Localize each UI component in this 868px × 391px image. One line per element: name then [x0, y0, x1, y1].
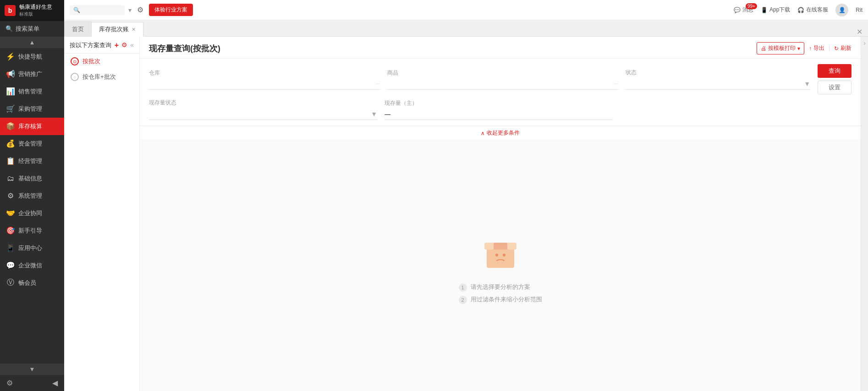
status-field: 状态 ▼: [626, 69, 810, 90]
scheme-icon-gray: ○: [71, 73, 79, 81]
warehouse-input[interactable]: [149, 81, 375, 87]
system-icon: ⚙: [6, 192, 15, 200]
user-avatar[interactable]: 👤: [835, 4, 848, 16]
status-label: 状态: [626, 69, 810, 76]
sales-icon: 📊: [6, 87, 15, 96]
left-panel: 按以下方案查询 + ⚙ « ⊙ 按批次 ○ 按仓库+批次: [64, 37, 140, 391]
sidebar-search[interactable]: 🔍 搜索菜单: [0, 21, 64, 37]
filter-area: 仓库 ··· 商品 ···: [140, 59, 861, 126]
refresh-label: 刷新: [841, 44, 852, 52]
svg-rect-2: [494, 243, 507, 250]
export-label: 导出: [813, 44, 824, 52]
app-download-icon: 📱: [761, 7, 768, 13]
vip-icon: Ⓥ: [6, 279, 15, 287]
filter-settings-btn[interactable]: 设置: [818, 81, 852, 94]
topbar-chevron-icon[interactable]: ▾: [128, 6, 132, 14]
search-menu-label: 搜索菜单: [16, 25, 39, 33]
sidebar-item-finance[interactable]: 💰 资金管理: [0, 135, 64, 152]
status-dropdown-icon[interactable]: ▼: [804, 80, 810, 87]
sidebar-item-inventory[interactable]: 📦 库存核算: [0, 118, 64, 135]
operations-icon: 📋: [6, 157, 15, 165]
add-scheme-btn[interactable]: +: [115, 41, 119, 49]
sidebar-item-basic-info[interactable]: 🗂 基础信息: [0, 170, 64, 187]
sidebar-header: b 畅康通好生意 标准版: [0, 0, 64, 21]
print-btn[interactable]: 🖨 按模板打印 ▾: [757, 42, 804, 54]
right-edge: ›: [861, 37, 868, 391]
enterprise-icon: 🤝: [6, 209, 15, 217]
sidebar-item-operations[interactable]: 📋 经营管理: [0, 152, 64, 170]
topbar-gear-icon[interactable]: ⚙: [135, 4, 145, 16]
sidebar-label-inventory: 库存核算: [18, 122, 42, 130]
left-panel-collapse-btn[interactable]: «: [130, 41, 134, 49]
tip-1-text: 请先选择要分析的方案: [471, 283, 530, 291]
status-input[interactable]: [626, 81, 804, 87]
export-btn[interactable]: ↑ 导出: [809, 44, 824, 52]
query-btn[interactable]: 查询: [818, 64, 852, 78]
sidebar-item-vip[interactable]: Ⓥ 畅会员: [0, 274, 64, 292]
demo-btn[interactable]: 体验行业方案: [149, 4, 193, 16]
sidebar-item-app-center[interactable]: 📱 应用中心: [0, 239, 64, 257]
sidebar-item-system[interactable]: ⚙ 系统管理: [0, 187, 64, 205]
scheme-by-batch-label: 按批次: [82, 57, 100, 65]
sidebar-item-wechat[interactable]: 💬 企业微信: [0, 257, 64, 274]
close-all-tabs-btn[interactable]: ✕: [851, 27, 868, 36]
warehouse-field: 仓库 ···: [149, 69, 380, 90]
sidebar-item-guide[interactable]: 🎯 新手引导: [0, 222, 64, 239]
product-dots[interactable]: ···: [614, 81, 618, 87]
warehouse-dots[interactable]: ···: [375, 81, 380, 87]
collapse-more-btn[interactable]: ∧ 收起更多条件: [140, 126, 861, 140]
sidebar-settings-btn[interactable]: ⚙: [6, 379, 13, 387]
edge-chevron[interactable]: ›: [863, 38, 867, 48]
scheme-by-warehouse-batch[interactable]: ○ 按仓库+批次: [64, 69, 139, 85]
sidebar-item-quick-nav[interactable]: ⚡ 快捷导航: [0, 48, 64, 65]
sidebar-label-wechat: 企业微信: [18, 261, 42, 270]
scroll-up-btn[interactable]: ▲: [0, 37, 64, 48]
sidebar-label-vip: 畅会员: [18, 279, 36, 287]
inventory-qty-wrapper: —: [385, 109, 613, 120]
sidebar-label-basic-info: 基础信息: [18, 174, 42, 183]
quick-nav-icon: ⚡: [6, 53, 15, 61]
user-name[interactable]: Rit: [856, 7, 863, 13]
sidebar-item-purchase[interactable]: 🛒 采购管理: [0, 100, 64, 118]
inventory-status-input[interactable]: [149, 111, 371, 118]
app-logo: b: [5, 5, 16, 16]
status-input-wrapper: ▼: [626, 78, 810, 90]
message-btn[interactable]: 💬 消息 99+: [734, 6, 753, 14]
scroll-down-btn[interactable]: ▼: [0, 364, 64, 375]
online-service-btn[interactable]: 🎧 在线客服: [797, 6, 828, 14]
guide-icon: 🎯: [6, 227, 15, 235]
app-download-btn[interactable]: 📱 App下载: [761, 6, 790, 14]
page-title-bar: 现存量查询(按批次) 🖨 按模板打印 ▾ ↑ 导出 ↻ 刷新: [140, 37, 861, 59]
warehouse-input-wrapper: ···: [149, 79, 380, 90]
scheme-settings-btn[interactable]: ⚙: [121, 41, 127, 49]
main-area: 🔍 ▾ ⚙ 体验行业方案 💬 消息 99+ 📱 App下载 🎧 在线客服 👤 R…: [64, 0, 868, 391]
topbar-search[interactable]: 🔍: [70, 5, 125, 15]
product-input[interactable]: [387, 81, 614, 87]
tab-batch-account-label: 库存批次账: [99, 25, 129, 33]
title-divider: [829, 45, 830, 52]
svg-point-3: [495, 254, 498, 256]
sidebar-item-marketing[interactable]: 📢 营销推广: [0, 65, 64, 83]
search-icon: 🔍: [73, 7, 80, 13]
scheme-by-batch[interactable]: ⊙ 按批次: [64, 54, 139, 69]
empty-tip-2: 2 用过滤条件来缩小分析范围: [459, 295, 542, 304]
message-icon: 💬: [734, 7, 741, 13]
topbar-actions: 💬 消息 99+ 📱 App下载 🎧 在线客服 👤 Rit: [734, 4, 863, 16]
basic-info-icon: 🗂: [6, 174, 15, 183]
sidebar-item-sales[interactable]: 📊 销售管理: [0, 83, 64, 100]
edition-label: 标准版: [19, 11, 52, 17]
inventory-status-dropdown[interactable]: ▼: [371, 110, 377, 118]
sidebar-label-sales: 销售管理: [18, 87, 42, 96]
sidebar-item-enterprise[interactable]: 🤝 企业协同: [0, 205, 64, 222]
sidebar-label-marketing: 营销推广: [18, 70, 42, 78]
filter-row-2: 现存量状态 ▼ 现存量（主） —: [149, 99, 852, 120]
refresh-btn[interactable]: ↻ 刷新: [834, 44, 852, 52]
tab-close-btn[interactable]: ✕: [132, 27, 136, 33]
online-service-label: 在线客服: [806, 6, 828, 14]
tab-home[interactable]: 首页: [64, 22, 92, 36]
left-panel-header: 按以下方案查询 + ⚙ «: [64, 37, 139, 54]
empty-tip-1: 1 请先选择要分析的方案: [459, 283, 542, 292]
tab-batch-account[interactable]: 库存批次账 ✕: [92, 22, 143, 37]
inventory-status-field: 现存量状态 ▼: [149, 99, 377, 120]
sidebar-collapse-btn[interactable]: ◀: [52, 379, 58, 387]
